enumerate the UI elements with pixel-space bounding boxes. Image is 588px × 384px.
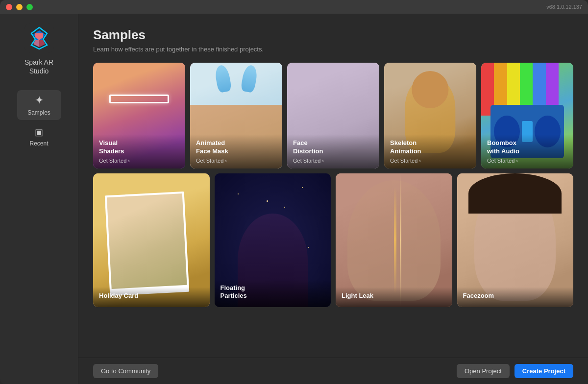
card-skeleton-animation[interactable]: SkeletonAnimation Get Started › bbox=[384, 63, 476, 168]
card-cta-boombox-with-audio[interactable]: Get Started › bbox=[487, 158, 567, 164]
sidebar: Spark AR Studio ✦ Samples ▣ Recent bbox=[0, 14, 78, 384]
app-logo bbox=[24, 24, 54, 53]
card-overlay-face-distortion: FaceDistortion Get Started › bbox=[287, 134, 379, 168]
bunny-ear-left bbox=[214, 64, 232, 93]
fz-hair bbox=[468, 173, 562, 214]
traffic-lights bbox=[6, 4, 33, 10]
cta-arrow-5: › bbox=[516, 158, 518, 164]
card-title-floating-particles: FloatingParticles bbox=[220, 284, 325, 301]
glasses-shape bbox=[109, 95, 169, 103]
star-2 bbox=[284, 207, 285, 208]
card-overlay-holiday-card: Holiday Card bbox=[93, 287, 210, 307]
card-cta-visual-shaders[interactable]: Get Started › bbox=[99, 158, 179, 164]
star-6 bbox=[267, 200, 268, 202]
card-overlay-skeleton-animation: SkeletonAnimation Get Started › bbox=[384, 134, 476, 168]
card-title-visual-shaders: VisualShaders bbox=[99, 139, 179, 156]
card-title-holiday-card: Holiday Card bbox=[99, 292, 204, 300]
card-title-face-distortion: FaceDistortion bbox=[293, 139, 373, 156]
card-cta-animated-face-mask[interactable]: Get Started › bbox=[196, 158, 276, 164]
cta-arrow-2: › bbox=[225, 158, 227, 164]
version-label: v68.1.0.12.137 bbox=[546, 4, 582, 10]
card-floating-particles[interactable]: FloatingParticles bbox=[215, 173, 331, 307]
polaroid-frame bbox=[104, 192, 189, 296]
main-content: Samples Learn how effects are put togeth… bbox=[78, 14, 588, 317]
title-bar: v68.1.0.12.137 bbox=[0, 0, 588, 14]
card-light-leak[interactable]: Light Leak bbox=[336, 173, 452, 307]
card-animated-face-mask[interactable]: AnimatedFace Mask Get Started › bbox=[190, 63, 282, 168]
top-samples-grid: VisualShaders Get Started › bbox=[93, 63, 573, 168]
card-visual-shaders[interactable]: VisualShaders Get Started › bbox=[93, 63, 185, 168]
polaroid-photo bbox=[106, 193, 186, 289]
card-title-facezoom: Facezoom bbox=[463, 292, 568, 300]
cta-arrow: › bbox=[128, 158, 130, 164]
star-5 bbox=[308, 247, 309, 248]
create-project-button[interactable]: Create Project bbox=[514, 364, 573, 378]
card-title-boombox-with-audio: Boomboxwith Audio bbox=[487, 139, 567, 156]
samples-label: Samples bbox=[27, 109, 50, 116]
recent-label: Recent bbox=[29, 140, 48, 147]
card-overlay-facezoom: Facezoom bbox=[457, 287, 574, 307]
card-face-distortion[interactable]: FaceDistortion Get Started › bbox=[287, 63, 379, 168]
card-facezoom[interactable]: Facezoom bbox=[457, 173, 574, 307]
card-overlay-visual-shaders: VisualShaders Get Started › bbox=[93, 134, 185, 168]
star-4 bbox=[302, 187, 303, 188]
card-boombox-with-audio[interactable]: Boomboxwith Audio Get Started › bbox=[481, 63, 573, 168]
maximize-button[interactable] bbox=[26, 4, 33, 10]
footer-left: Go to Community bbox=[93, 364, 158, 378]
card-title-skeleton-animation: SkeletonAnimation bbox=[390, 139, 470, 156]
app-body: Spark AR Studio ✦ Samples ▣ Recent bbox=[0, 14, 588, 384]
sidebar-item-samples[interactable]: ✦ Samples bbox=[17, 90, 61, 120]
card-cta-skeleton-animation[interactable]: Get Started › bbox=[390, 158, 470, 164]
cta-arrow-4: › bbox=[419, 158, 421, 164]
close-button[interactable] bbox=[6, 4, 12, 10]
minimize-button[interactable] bbox=[16, 4, 23, 10]
bottom-samples-grid: Holiday Card bbox=[93, 173, 573, 307]
card-title-animated-face-mask: AnimatedFace Mask bbox=[196, 139, 276, 156]
sidebar-item-recent[interactable]: ▣ Recent bbox=[17, 123, 61, 151]
bear-head bbox=[412, 71, 448, 108]
card-cta-face-distortion[interactable]: Get Started › bbox=[293, 158, 373, 164]
star-1 bbox=[238, 193, 239, 194]
app-container: Spark AR Studio ✦ Samples ▣ Recent bbox=[0, 14, 588, 384]
cta-arrow-3: › bbox=[322, 158, 324, 164]
footer-bar: Go to Community Open Project Create Proj… bbox=[78, 358, 588, 384]
samples-icon: ✦ bbox=[35, 94, 44, 107]
bottom-wrap: Samples Learn how effects are put togeth… bbox=[78, 14, 588, 384]
page-subtitle: Learn how effects are put together in th… bbox=[93, 46, 573, 53]
card-title-light-leak: Light Leak bbox=[342, 292, 446, 300]
recent-icon: ▣ bbox=[35, 127, 43, 138]
go-to-community-button[interactable]: Go to Community bbox=[93, 364, 158, 378]
card-overlay-animated-face-mask: AnimatedFace Mask Get Started › bbox=[190, 134, 282, 168]
content-area: Samples Learn how effects are put togeth… bbox=[78, 14, 588, 358]
app-name: Spark AR Studio bbox=[24, 58, 53, 75]
card-overlay-floating-particles: FloatingParticles bbox=[215, 279, 331, 308]
card-holiday-card[interactable]: Holiday Card bbox=[93, 173, 210, 307]
card-overlay-light-leak: Light Leak bbox=[336, 287, 452, 307]
bunny-ear-right bbox=[241, 64, 259, 93]
page-title: Samples bbox=[93, 27, 573, 43]
sidebar-nav: ✦ Samples ▣ Recent bbox=[0, 90, 78, 151]
open-project-button[interactable]: Open Project bbox=[457, 364, 510, 378]
card-overlay-boombox-with-audio: Boomboxwith Audio Get Started › bbox=[481, 134, 573, 168]
